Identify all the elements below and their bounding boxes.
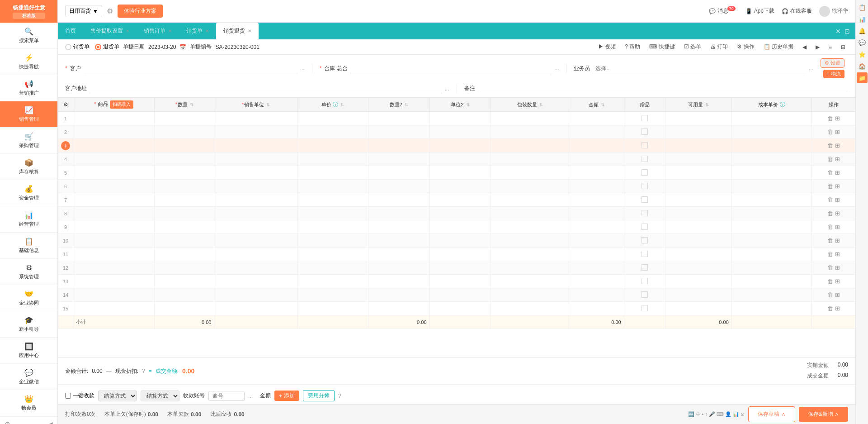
gift-checkbox-12[interactable] xyxy=(642,264,648,271)
gift-checkbox-15[interactable] xyxy=(642,305,648,311)
row-unit-cell-11[interactable] xyxy=(214,248,297,261)
settings-gear-icon[interactable]: ⚙ xyxy=(107,7,113,15)
row-unit-cell-12[interactable] xyxy=(214,261,297,275)
copy-row-btn-10[interactable]: ⊞ xyxy=(835,237,840,244)
right-sb-icon-7[interactable]: 📁 xyxy=(857,72,868,83)
sidebar-item-search[interactable]: 🔍 搜索菜单 xyxy=(0,23,57,49)
copy-row-btn-13[interactable]: ⊞ xyxy=(835,278,840,285)
row-qty-cell-5[interactable] xyxy=(155,166,214,180)
trial-btn[interactable]: 体验行业方案 xyxy=(118,5,163,18)
row-amount-cell-3[interactable] xyxy=(569,139,624,152)
row-price-cell-6[interactable] xyxy=(297,180,368,193)
sidebar-item-guide[interactable]: 🎓 新手引导 xyxy=(0,311,57,338)
sidebar-item-wechat[interactable]: 💬 企业微信 xyxy=(0,364,57,390)
gift-checkbox-3[interactable] xyxy=(642,142,648,148)
row-unit2-cell-10[interactable] xyxy=(429,234,491,248)
row-unit2-cell-3[interactable] xyxy=(429,139,491,152)
row-qty2-cell-6[interactable] xyxy=(368,180,429,193)
delete-row-btn-14[interactable]: 🗑 xyxy=(827,291,833,298)
row-unit2-cell-7[interactable] xyxy=(429,193,491,207)
gift-checkbox-10[interactable] xyxy=(642,237,648,243)
row-available-cell-5[interactable] xyxy=(665,166,731,180)
tab-close-all[interactable]: ✕ xyxy=(835,28,841,35)
right-sb-icon-5[interactable]: ⭐ xyxy=(857,49,868,60)
gift-checkbox-8[interactable] xyxy=(642,210,648,216)
row-amount-cell-9[interactable] xyxy=(569,220,624,234)
row-unit2-cell-9[interactable] xyxy=(429,220,491,234)
shortcut-btn[interactable]: ⌨ 快捷键 xyxy=(646,42,677,52)
row-cost-cell-14[interactable] xyxy=(731,288,811,302)
row-available-cell-14[interactable] xyxy=(665,288,731,302)
gift-checkbox-2[interactable] xyxy=(642,129,648,135)
row-cost-cell-13[interactable] xyxy=(731,275,811,288)
delete-row-btn-1[interactable]: 🗑 xyxy=(827,115,833,122)
logistics-btn[interactable]: + 物流 xyxy=(823,70,844,78)
tab-sales-return[interactable]: 销货退货 ✕ xyxy=(216,23,259,39)
row-pack-cell-12[interactable] xyxy=(491,261,569,275)
warehouse-picker[interactable]: ... xyxy=(554,65,559,71)
row-qty2-cell-9[interactable] xyxy=(368,220,429,234)
row-price-cell-7[interactable] xyxy=(297,193,368,207)
delete-row-btn-6[interactable]: 🗑 xyxy=(827,183,833,190)
sidebar-item-member[interactable]: 👑 畅会员 xyxy=(0,390,57,416)
row-unit-cell-4[interactable] xyxy=(214,152,297,166)
copy-row-btn-6[interactable]: ⊞ xyxy=(835,183,840,190)
sidebar-item-finance[interactable]: 💰 资金管理 xyxy=(0,180,57,206)
row-pack-cell-7[interactable] xyxy=(491,193,569,207)
delete-row-btn-9[interactable]: 🗑 xyxy=(827,224,833,230)
row-price-cell-14[interactable] xyxy=(297,288,368,302)
row-unit-cell-5[interactable] xyxy=(214,166,297,180)
row-qty2-cell-7[interactable] xyxy=(368,193,429,207)
row-unit-cell-8[interactable] xyxy=(214,207,297,220)
sidebar-item-apps[interactable]: 🔲 应用中心 xyxy=(0,338,57,364)
customer-picker[interactable]: ... xyxy=(300,65,305,71)
right-sb-icon-2[interactable]: 📊 xyxy=(857,14,868,24)
unit-sort-icon[interactable]: ⇅ xyxy=(266,102,270,107)
row-product-cell-14[interactable] xyxy=(73,288,155,302)
price-sort-icon[interactable]: ⇅ xyxy=(340,102,344,107)
gift-checkbox-1[interactable] xyxy=(642,115,648,121)
row-product-cell-8[interactable] xyxy=(73,207,155,220)
row-pack-cell-1[interactable] xyxy=(491,112,569,125)
copy-row-btn-7[interactable]: ⊞ xyxy=(835,196,840,203)
row-qty-cell-6[interactable] xyxy=(155,180,214,193)
row-pack-cell-3[interactable] xyxy=(491,139,569,152)
row-qty-cell-11[interactable] xyxy=(155,248,214,261)
row-qty-cell-4[interactable] xyxy=(155,152,214,166)
cost-info-icon[interactable]: ⓘ xyxy=(780,101,785,108)
right-sb-icon-6[interactable]: 🏠 xyxy=(857,61,868,71)
industry-dropdown[interactable]: 日用百货 ▼ xyxy=(65,5,102,17)
delete-row-btn-13[interactable]: 🗑 xyxy=(827,278,833,285)
copy-row-btn-4[interactable]: ⊞ xyxy=(835,156,840,162)
row-pack-cell-6[interactable] xyxy=(491,180,569,193)
row-available-cell-13[interactable] xyxy=(665,275,731,288)
row-qty-cell-14[interactable] xyxy=(155,288,214,302)
row-qty2-cell-14[interactable] xyxy=(368,288,429,302)
right-sb-icon-3[interactable]: 🔔 xyxy=(857,25,868,36)
row-price-cell-10[interactable] xyxy=(297,234,368,248)
row-amount-cell-10[interactable] xyxy=(569,234,624,248)
row-qty2-cell-3[interactable] xyxy=(368,139,429,152)
row-pack-cell-5[interactable] xyxy=(491,166,569,180)
row-qty2-cell-4[interactable] xyxy=(368,152,429,166)
row-price-cell-8[interactable] xyxy=(297,207,368,220)
row-unit2-cell-14[interactable] xyxy=(429,288,491,302)
expense-split-btn[interactable]: 费用分摊 xyxy=(303,390,335,401)
row-price-cell-5[interactable] xyxy=(297,166,368,180)
delete-row-btn-11[interactable]: 🗑 xyxy=(827,251,833,257)
row-pack-cell-8[interactable] xyxy=(491,207,569,220)
messages-btn[interactable]: 💬 消息 70 xyxy=(709,7,738,15)
copy-row-btn-12[interactable]: ⊞ xyxy=(835,264,840,271)
delete-row-btn-15[interactable]: 🗑 xyxy=(827,305,833,312)
available-sort-icon[interactable]: ⇅ xyxy=(705,102,709,107)
right-sb-icon-1[interactable]: 📋 xyxy=(857,2,868,13)
row-price-cell-2[interactable] xyxy=(297,125,368,139)
tab-sales-close[interactable]: ✕ xyxy=(205,29,209,33)
prev-doc-btn[interactable]: ◀ xyxy=(800,43,809,51)
copy-row-btn-1[interactable]: ⊞ xyxy=(835,115,840,122)
row-amount-cell-14[interactable] xyxy=(569,288,624,302)
row-price-cell-9[interactable] xyxy=(297,220,368,234)
row-unit2-cell-1[interactable] xyxy=(429,112,491,125)
account-picker[interactable]: ... xyxy=(248,393,253,399)
row-unit2-cell-5[interactable] xyxy=(429,166,491,180)
